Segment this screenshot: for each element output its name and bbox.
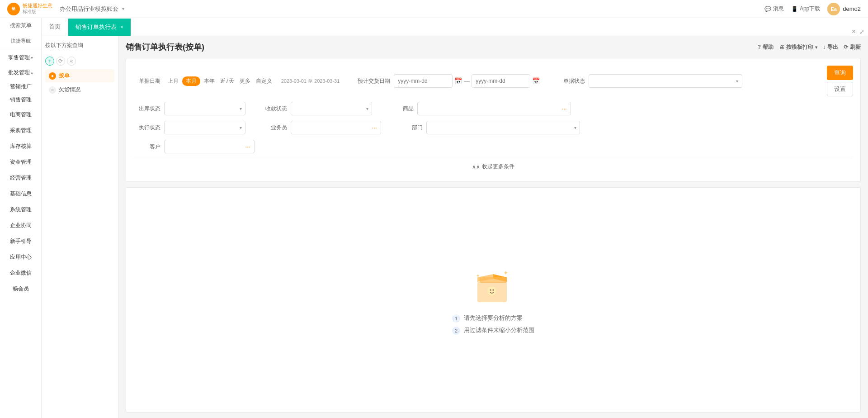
- message-icon: 💬: [764, 6, 771, 12]
- print-icon: 🖨: [779, 44, 784, 50]
- close-all-btn[interactable]: ×: [852, 28, 856, 36]
- sidebar-item-ecommerce[interactable]: 电商管理: [0, 106, 41, 122]
- single-status-chevron: ▾: [736, 79, 738, 84]
- date-tab-more[interactable]: 更多: [238, 76, 252, 86]
- refresh-scheme-btn[interactable]: ⟳: [56, 57, 65, 66]
- sidebar-menu: 零售管理 ▾ 批发管理 ▴ 营销推广 销售管理 电商管理 采购管理 库存核算: [0, 50, 41, 296]
- sidebar-item-basic[interactable]: 基础信息: [0, 185, 41, 201]
- press-label: 按单: [59, 72, 70, 80]
- tab-close-btn[interactable]: ×: [120, 24, 123, 30]
- delivery-label: 预计交货日期: [358, 77, 390, 85]
- print-arrow: ▾: [815, 45, 817, 50]
- sales-rep-input[interactable]: ···: [291, 121, 381, 134]
- collapse-filter-btn[interactable]: ∧∧ 收起更多条件: [133, 159, 853, 174]
- date-tab-last-month[interactable]: 上月: [166, 76, 180, 86]
- top-bar-left: 畅 畅捷通好生意 标准版 办公用品行业模拟账套 ▾: [7, 3, 124, 15]
- sidebar-search[interactable]: 搜索菜单: [0, 18, 41, 33]
- department-select-wrap: ▾: [426, 121, 580, 134]
- delivery-cal-end-icon[interactable]: 📅: [532, 77, 540, 85]
- sidebar-cooperation-label: 企业协同: [2, 222, 39, 229]
- export-btn[interactable]: ↓ 导出: [823, 43, 838, 51]
- date-tab-last7[interactable]: 近7天: [218, 76, 236, 86]
- collapse-label: 收起更多条件: [482, 163, 514, 171]
- logo-icon: 畅: [7, 3, 20, 15]
- sidebar-item-newbie[interactable]: 新手引导: [0, 233, 41, 249]
- app-download-btn[interactable]: 📱 App下载: [791, 5, 820, 13]
- refresh-label: 刷新: [850, 43, 861, 51]
- filter-row-1: 单据日期 上月 本月 本年 近7天 更多 自定义 2023-03-01 至 20…: [133, 66, 853, 96]
- page-title-actions: ? 帮助 🖨 按模板打印 ▾ ↓ 导出 ⟳: [758, 43, 861, 51]
- help-icon: ?: [758, 44, 761, 50]
- user-area[interactable]: Ea demo2: [827, 3, 861, 15]
- sidebar-item-finance[interactable]: 资金管理: [0, 154, 41, 170]
- sidebar-item-cooperation[interactable]: 企业协同: [0, 217, 41, 233]
- sidebar-item-retail[interactable]: 零售管理 ▾: [0, 50, 41, 65]
- print-btn[interactable]: 🖨 按模板打印 ▾: [779, 43, 817, 51]
- sidebar-item-operations[interactable]: 经营管理: [0, 170, 41, 185]
- sidebar-purchase-label: 采购管理: [2, 127, 39, 134]
- sidebar-item-app-center[interactable]: 应用中心: [0, 249, 41, 265]
- sidebar-item-purchase[interactable]: 采购管理: [0, 122, 41, 138]
- collapse-icon: ∧∧: [472, 164, 480, 170]
- filter-department-item: 部门 ▾: [396, 121, 853, 134]
- product-dots[interactable]: ···: [561, 105, 567, 112]
- payment-status-select[interactable]: [291, 102, 372, 115]
- scheme-item-owe[interactable]: ○ 欠货情况: [45, 83, 114, 96]
- sidebar-item-wechat[interactable]: 企业微信: [0, 265, 41, 280]
- svg-point-8: [493, 290, 494, 291]
- delivery-cal-start-icon[interactable]: 📅: [454, 77, 462, 85]
- filter-row-2: 出库状态 ▾ 收款状态: [133, 102, 853, 115]
- download-icon: 📱: [791, 6, 798, 12]
- sales-rep-dots[interactable]: ···: [372, 124, 377, 131]
- product-input[interactable]: ···: [417, 102, 571, 115]
- outbound-status-select[interactable]: [164, 102, 245, 115]
- delivery-date-sep: —: [464, 78, 470, 85]
- sidebar-item-marketing[interactable]: 营销推广: [0, 80, 41, 93]
- sidebar-item-member[interactable]: 畅会员: [0, 280, 41, 296]
- wholesale-arrow: ▴: [31, 70, 33, 75]
- single-status-select[interactable]: ▾: [589, 74, 742, 88]
- refresh-btn[interactable]: ⟳ 刷新: [844, 43, 861, 51]
- delivery-date-group: 📅 — 📅: [394, 74, 540, 88]
- outbound-status-label: 出库状态: [133, 105, 160, 113]
- product-label: 商品: [387, 105, 414, 113]
- sidebar-item-wholesale[interactable]: 批发管理 ▴: [0, 65, 41, 80]
- query-btn[interactable]: 查询: [827, 66, 853, 80]
- delivery-date-start[interactable]: [394, 74, 453, 88]
- owe-label: 欠货情况: [59, 86, 80, 94]
- quick-nav-label[interactable]: 快捷导航: [2, 36, 39, 46]
- svg-point-6: [487, 286, 496, 295]
- download-label: App下载: [800, 5, 820, 13]
- department-select[interactable]: [426, 121, 580, 134]
- delivery-date-end[interactable]: [472, 74, 530, 88]
- help-btn[interactable]: ? 帮助: [758, 43, 774, 51]
- sidebar-item-system[interactable]: 系统管理: [0, 201, 41, 217]
- maximize-btn[interactable]: ⤢: [859, 28, 864, 35]
- quick-nav-section: 快捷导航: [0, 33, 41, 49]
- date-tab-this-year[interactable]: 本年: [202, 76, 217, 86]
- app-title-dropdown[interactable]: ▾: [122, 6, 124, 11]
- customer-dots[interactable]: ···: [245, 143, 250, 150]
- add-scheme-btn[interactable]: +: [45, 57, 54, 66]
- sidebar-wholesale-label: 批发管理: [8, 69, 30, 76]
- date-tab-custom[interactable]: 自定义: [254, 76, 274, 86]
- department-label: 部门: [396, 124, 423, 132]
- tab-active[interactable]: 销售订单执行表 ×: [68, 19, 131, 36]
- sidebar-search-label[interactable]: 搜索菜单: [10, 22, 32, 28]
- date-tab-this-month[interactable]: 本月: [182, 76, 200, 86]
- message-btn[interactable]: 💬 消息: [764, 5, 784, 13]
- sidebar-item-sales[interactable]: 销售管理: [0, 93, 41, 106]
- sidebar-basic-label: 基础信息: [2, 190, 39, 198]
- execution-status-select[interactable]: [164, 121, 245, 134]
- filter-row-3: 执行状态 ▾ 业务员 ··: [133, 121, 853, 134]
- tab-home[interactable]: 首页: [42, 18, 68, 36]
- setting-btn[interactable]: 设置: [827, 82, 853, 96]
- customer-input[interactable]: ···: [164, 140, 255, 153]
- scheme-item-press[interactable]: ● 按单: [45, 69, 114, 82]
- username: demo2: [843, 5, 861, 12]
- collapse-panel-btn[interactable]: «: [67, 57, 76, 66]
- print-label: 按模板打印: [786, 43, 813, 51]
- sidebar-item-inventory[interactable]: 库存核算: [0, 138, 41, 154]
- retail-arrow: ▾: [31, 55, 33, 60]
- empty-tips: 1 请先选择要分析的方案 2 用过滤条件来缩小分析范围: [452, 314, 534, 338]
